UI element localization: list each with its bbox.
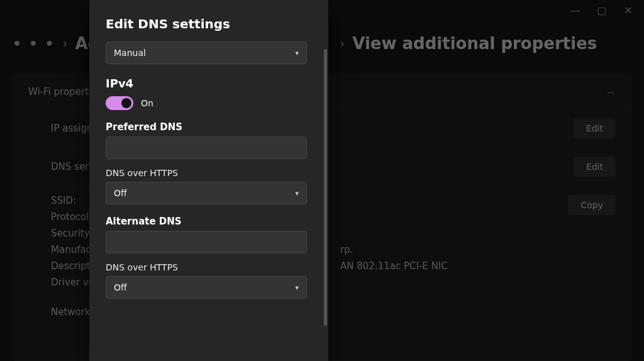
ipv4-toggle-label: On [141, 98, 153, 108]
toggle-knob [121, 98, 131, 108]
ipv4-toggle-row: On [106, 96, 312, 110]
doh1-select[interactable]: Off ▾ [106, 182, 307, 204]
preferred-dns-input[interactable] [106, 136, 307, 159]
dns-mode-select[interactable]: Manual ▾ [106, 42, 307, 64]
doh2-label: DNS over HTTPS [106, 262, 312, 272]
chevron-down-icon: ▾ [295, 189, 299, 197]
doh1-value: Off [114, 188, 127, 198]
alternate-dns-field[interactable] [114, 231, 299, 253]
alternate-dns-input[interactable] [106, 231, 307, 253]
edit-dns-dialog: Edit DNS settings Manual ▾ IPv4 On Prefe… [89, 0, 328, 361]
doh1-label: DNS over HTTPS [106, 168, 312, 178]
doh2-value: Off [114, 282, 127, 292]
preferred-dns-label: Preferred DNS [106, 121, 312, 133]
preferred-dns-field[interactable] [114, 137, 299, 158]
chevron-down-icon: ▾ [295, 284, 299, 292]
doh2-select[interactable]: Off ▾ [106, 276, 307, 299]
dialog-title: Edit DNS settings [106, 16, 312, 31]
ipv4-toggle[interactable] [106, 96, 133, 110]
dns-mode-value: Manual [114, 48, 146, 58]
ipv4-heading: IPv4 [106, 77, 312, 90]
chevron-down-icon: ▾ [295, 49, 299, 57]
dialog-scrollbar[interactable] [324, 49, 327, 326]
alternate-dns-label: Alternate DNS [106, 216, 312, 227]
